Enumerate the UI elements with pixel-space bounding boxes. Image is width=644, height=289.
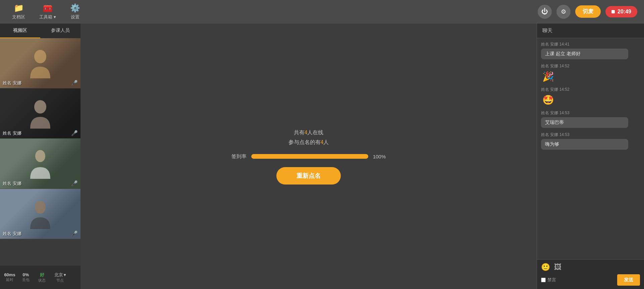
delay-value: 60ms (4, 272, 15, 277)
exit-btn[interactable]: ⏻ (538, 5, 552, 19)
settings-btn[interactable]: ⚙️ 设置 (65, 1, 86, 22)
attendance-card: 共有4人在线 参与点名的有4人 签到率 100% 重新点名 (231, 128, 386, 185)
svg-point-0 (34, 50, 46, 63)
person-silhouette-2 (27, 98, 54, 129)
folder-icon: 📁 (14, 3, 24, 13)
toolbar-right: ⏻ ⚙ 切麦 20:49 (538, 5, 644, 19)
loss-status: 0% 丢包 (19, 272, 32, 282)
msg-meta-1: 姓名 安娜 14:41 (541, 42, 640, 47)
progress-bar-bg (251, 154, 368, 159)
video-mic-1: 🎤 (71, 80, 78, 86)
delay-label: 延时 (6, 277, 13, 282)
mute-text: 禁言 (547, 277, 556, 283)
tab-participants[interactable]: 参课人员 (40, 23, 80, 38)
msg-bubble-5: 嗨为够 (541, 139, 628, 150)
node-status[interactable]: 北京 ▾ 节点 (52, 272, 68, 283)
svg-point-1 (34, 100, 46, 114)
msg-meta-2: 姓名 安娜 14:52 (541, 63, 640, 69)
toolbox-btn[interactable]: 🧰 工具箱 ▾ (34, 1, 61, 22)
video-item: 姓名 安娜 🎤 (0, 139, 80, 189)
settings-label: 设置 (71, 14, 79, 20)
chat-message-1: 姓名 安娜 14:41 上课 起立 老师好 (541, 42, 640, 59)
attendance-info: 共有4人在线 参与点名的有4人 (288, 128, 329, 147)
loss-label: 丢包 (22, 277, 30, 282)
send-button[interactable]: 发送 (617, 274, 640, 286)
svg-point-2 (35, 150, 45, 162)
settings-icon: ⚙️ (70, 3, 80, 13)
video-label-3: 姓名 安娜 (3, 180, 21, 187)
toolbox-icon: 🧰 (43, 3, 53, 13)
docs-btn[interactable]: 📁 文档区 (7, 1, 31, 22)
chat-message-5: 姓名 安娜 14:53 嗨为够 (541, 132, 640, 150)
chat-message-2: 姓名 安娜 14:52 🎉 (541, 63, 640, 83)
image-btn[interactable]: 🖼 (554, 263, 561, 272)
msg-bubble-2: 🎉 (541, 70, 628, 83)
progress-bar-fill (251, 154, 368, 159)
timer-dot (611, 10, 615, 13)
timer-button[interactable]: 20:49 (605, 6, 637, 17)
video-label-4: 姓名 安娜 (3, 231, 21, 237)
node-value: 北京 ▾ (54, 272, 66, 278)
participated-line: 参与点名的有4人 (288, 138, 329, 147)
video-label-2: 姓名 安娜 (3, 130, 21, 136)
person-silhouette-1 (27, 48, 54, 78)
video-label-1: 姓名 安娜 (3, 80, 21, 86)
msg-bubble-3: 🤩 (541, 94, 628, 106)
progress-pct: 100% (373, 154, 386, 159)
mute-checkbox[interactable] (541, 278, 546, 282)
msg-bubble-1: 上课 起立 老师好 (541, 49, 628, 59)
chat-title: 聊天 (542, 27, 552, 34)
video-item: 姓名 安娜 🎤 (0, 189, 80, 239)
chat-messages: 姓名 安娜 14:41 上课 起立 老师好 姓名 安娜 14:52 🎉 姓名 安… (537, 38, 644, 259)
main-area: 视频区 参课人员 姓名 安娜 🎤 (0, 23, 644, 289)
msg-meta-5: 姓名 安娜 14:53 (541, 132, 640, 138)
progress-row: 签到率 100% (231, 153, 386, 160)
toolbar-left: 📁 文档区 🧰 工具箱 ▾ ⚙️ 设置 (0, 1, 92, 22)
msg-meta-3: 姓名 安娜 14:52 (541, 87, 640, 92)
toolbar: 📁 文档区 🧰 工具箱 ▾ ⚙️ 设置 ⏻ ⚙ 切麦 20:49 (0, 0, 644, 23)
svg-point-3 (35, 201, 46, 214)
rate-label: 签到率 (231, 153, 247, 160)
chat-footer: 🙂 🖼 禁言 发送 (537, 259, 644, 289)
gear-btn[interactable]: ⚙ (556, 5, 571, 19)
chat-input-row: 禁言 发送 (541, 274, 640, 286)
video-mic-2: 🎤 (71, 130, 78, 136)
emoji-btn[interactable]: 🙂 (541, 263, 550, 272)
video-item: 姓名 安娜 🎤 (0, 88, 80, 139)
qiemac-button[interactable]: 切麦 (575, 5, 601, 18)
recheck-button[interactable]: 重新点名 (276, 167, 341, 185)
timer-label: 20:49 (618, 9, 631, 15)
total-line: 共有4人在线 (288, 128, 329, 138)
delay-status: 60ms 延时 (3, 272, 16, 282)
state-label: 状态 (38, 278, 46, 283)
msg-bubble-4: 艾瑞巴蒂 (541, 117, 628, 128)
video-list: 姓名 安娜 🎤 姓名 安娜 🎤 (0, 38, 80, 266)
video-mic-4: 🎤 (71, 230, 78, 237)
state-value: 好 (40, 272, 44, 278)
person-silhouette-4 (27, 199, 54, 229)
center-content: 共有4人在线 参与点名的有4人 签到率 100% 重新点名 (80, 23, 537, 289)
chat-message-4: 姓名 安娜 14:53 艾瑞巴蒂 (541, 110, 640, 128)
chat-header: 聊天 (537, 23, 644, 38)
sidebar-tabs: 视频区 参课人员 (0, 23, 80, 38)
msg-meta-4: 姓名 安娜 14:53 (541, 110, 640, 116)
chat-message-3: 姓名 安娜 14:52 🤩 (541, 87, 640, 106)
sidebar-status: 60ms 延时 0% 丢包 好 状态 北京 ▾ 节点 (0, 266, 80, 289)
video-mic-3: 🎤 (71, 180, 78, 187)
tab-video[interactable]: 视频区 (0, 23, 40, 38)
mute-label[interactable]: 禁言 (541, 277, 556, 283)
sidebar: 视频区 参课人员 姓名 安娜 🎤 (0, 23, 80, 289)
node-label: 节点 (56, 278, 64, 283)
toolbox-label: 工具箱 ▾ (39, 14, 56, 20)
docs-label: 文档区 (12, 14, 25, 20)
state-status: 好 状态 (36, 272, 48, 283)
chat-tools: 🙂 🖼 (541, 263, 640, 272)
person-silhouette-3 (27, 149, 54, 179)
chat-panel: 聊天 姓名 安娜 14:41 上课 起立 老师好 姓名 安娜 14:52 🎉 姓… (537, 23, 644, 289)
loss-value: 0% (23, 272, 29, 277)
video-item: 姓名 安娜 🎤 (0, 38, 80, 88)
